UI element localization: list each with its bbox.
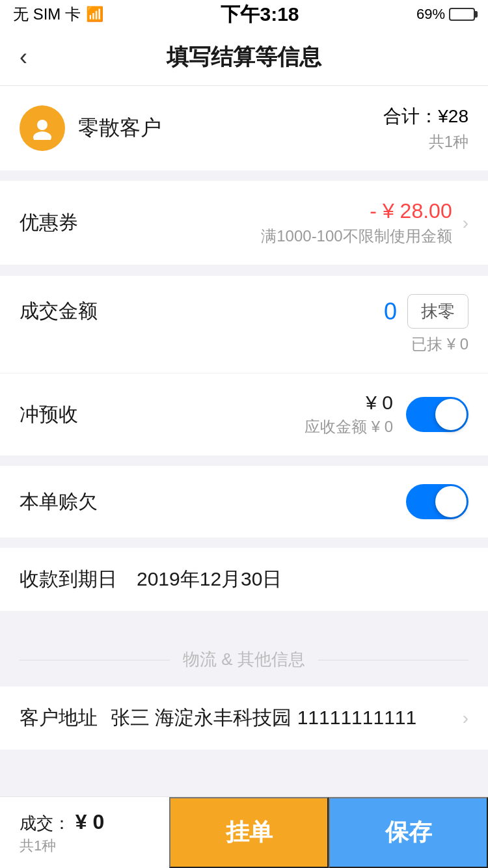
prepay-sub-value: 应收金额 ¥ 0 <box>305 416 393 437</box>
section-divider <box>0 622 488 632</box>
coupon-discount: - ¥ 28.00 <box>261 199 452 223</box>
coupon-right: - ¥ 28.00 满1000-100不限制使用金额 › <box>261 199 468 247</box>
prepay-right: ¥ 0 应收金额 ¥ 0 <box>305 392 468 437</box>
coupon-desc: 满1000-100不限制使用金额 <box>261 226 452 247</box>
address-chevron-icon: › <box>463 708 468 729</box>
coupon-section: 优惠券 - ¥ 28.00 满1000-100不限制使用金额 › <box>0 181 488 265</box>
coupon-label: 优惠券 <box>20 210 78 236</box>
deal-input-area: 0 抹零 <box>358 294 468 329</box>
credit-label: 本单赊欠 <box>20 489 98 515</box>
carrier-text: 无 SIM 卡 <box>13 4 81 25</box>
hold-button[interactable]: 挂单 <box>169 797 329 868</box>
deal-amount-row: 成交金额 0 抹零 已抹 ¥ 0 <box>0 276 488 373</box>
deal-sub-text: 已抹 ¥ 0 <box>20 334 468 355</box>
svg-point-0 <box>37 120 47 130</box>
bottom-deal-value: ¥ 0 <box>75 810 104 834</box>
bottom-bar: 成交： ¥ 0 共1种 挂单 保存 <box>0 796 488 868</box>
save-button[interactable]: 保存 <box>329 797 488 868</box>
prepay-toggle[interactable] <box>406 397 468 432</box>
page-title: 填写结算等信息 <box>167 42 321 72</box>
main-content: 零散客户 合计：¥28 共1种 优惠券 - ¥ 28.00 满1000-100不… <box>0 86 488 838</box>
status-left: 无 SIM 卡 📶 <box>13 4 103 25</box>
wifi-icon: 📶 <box>86 6 103 23</box>
bottom-info: 成交： ¥ 0 共1种 <box>0 810 169 856</box>
credit-toggle-knob <box>435 486 467 517</box>
round-button[interactable]: 抹零 <box>407 294 468 329</box>
battery-percent: 69% <box>416 6 445 23</box>
toggle-knob <box>435 399 467 430</box>
status-bar: 无 SIM 卡 📶 下午3:18 69% <box>0 0 488 29</box>
due-date-row[interactable]: 收款到期日 2019年12月30日 <box>0 548 488 612</box>
customer-avatar <box>20 105 65 151</box>
address-value: 张三 海淀永丰科技园 11111111111 <box>111 705 416 731</box>
credit-toggle[interactable] <box>406 484 468 519</box>
address-label: 客户地址 <box>20 705 98 731</box>
due-date-label: 收款到期日 <box>20 566 117 593</box>
customer-total-area: 合计：¥28 共1种 <box>383 104 468 152</box>
status-time: 下午3:18 <box>221 1 299 28</box>
address-section: 客户地址 张三 海淀永丰科技园 11111111111 › <box>0 686 488 750</box>
prepay-label: 冲预收 <box>20 401 78 428</box>
customer-name: 零散客户 <box>78 114 161 142</box>
address-row[interactable]: 客户地址 张三 海淀永丰科技园 11111111111 › <box>0 686 488 750</box>
customer-total: 合计：¥28 <box>383 104 468 129</box>
coupon-chevron-icon: › <box>463 213 468 234</box>
prepay-top-row: 冲预收 ¥ 0 应收金额 ¥ 0 <box>20 392 468 437</box>
logistics-label-wrap: 物流 & 其他信息 <box>170 648 318 671</box>
due-date-section: 收款到期日 2019年12月30日 <box>0 548 488 612</box>
due-date-value: 2019年12月30日 <box>137 566 282 593</box>
logistics-header: 物流 & 其他信息 <box>0 632 488 686</box>
prepay-values: ¥ 0 应收金额 ¥ 0 <box>305 392 393 437</box>
deal-section: 成交金额 0 抹零 已抹 ¥ 0 冲预收 ¥ 0 应收金额 ¥ 0 <box>0 276 488 455</box>
bottom-deal-label: 成交： <box>20 813 70 833</box>
status-right: 69% <box>416 6 475 23</box>
svg-point-1 <box>33 131 51 140</box>
coupon-values: - ¥ 28.00 满1000-100不限制使用金额 <box>261 199 452 247</box>
logistics-title: 物流 & 其他信息 <box>183 649 305 669</box>
customer-row: 零散客户 合计：¥28 共1种 <box>0 86 488 170</box>
nav-bar: ‹ 填写结算等信息 <box>0 29 488 86</box>
back-button[interactable]: ‹ <box>20 44 27 71</box>
deal-amount-label: 成交金额 <box>20 298 98 325</box>
battery-icon <box>449 8 475 21</box>
prepay-row: 冲预收 ¥ 0 应收金额 ¥ 0 <box>0 373 488 455</box>
bottom-deal-row: 成交： ¥ 0 <box>20 810 150 835</box>
prepay-main-value: ¥ 0 <box>305 392 393 414</box>
deal-amount-value[interactable]: 0 <box>358 298 397 325</box>
deal-top-row: 成交金额 0 抹零 <box>20 294 468 329</box>
bottom-count: 共1种 <box>20 836 150 856</box>
customer-info: 零散客户 <box>20 105 161 151</box>
credit-section: 本单赊欠 <box>0 466 488 537</box>
coupon-row[interactable]: 优惠券 - ¥ 28.00 满1000-100不限制使用金额 › <box>0 181 488 265</box>
customer-count: 共1种 <box>383 131 468 152</box>
address-left: 客户地址 张三 海淀永丰科技园 11111111111 <box>20 705 416 731</box>
